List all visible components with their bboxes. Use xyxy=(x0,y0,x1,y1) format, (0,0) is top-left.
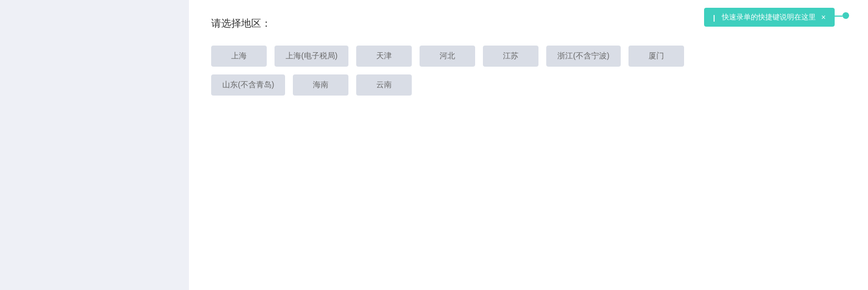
region-row-1: 上海上海(电子税局)天津河北江苏浙江(不含宁波)厦门 xyxy=(211,46,846,67)
region-btn-xiamen[interactable]: 厦门 xyxy=(628,46,684,67)
tooltip-connector-line xyxy=(835,16,842,17)
tooltip-dot-indicator xyxy=(842,12,849,19)
region-btn-shanghai-etax[interactable]: 上海(电子税局) xyxy=(275,46,348,67)
left-panel xyxy=(0,0,189,290)
region-row-2: 山东(不含青岛)海南云南 xyxy=(211,74,846,96)
region-btn-hainan[interactable]: 海南 xyxy=(293,74,348,96)
region-btn-hebei[interactable]: 河北 xyxy=(420,46,475,67)
region-btn-zhejiang[interactable]: 浙江(不含宁波) xyxy=(546,46,620,67)
main-content: 请选择地区： 上海上海(电子税局)天津河北江苏浙江(不含宁波)厦门 山东(不含青… xyxy=(189,0,868,290)
region-btn-tianjin[interactable]: 天津 xyxy=(356,46,412,67)
region-btn-yunnan[interactable]: 云南 xyxy=(356,74,412,96)
tooltip-banner: 快速录单的快捷键说明在这里 × xyxy=(704,8,835,27)
region-btn-shandong[interactable]: 山东(不含青岛) xyxy=(211,74,285,96)
region-btn-shanghai[interactable]: 上海 xyxy=(211,46,267,67)
region-btn-jiangsu[interactable]: 江苏 xyxy=(483,46,538,67)
tooltip-close-button[interactable]: × xyxy=(821,13,826,21)
tooltip-text: 快速录单的快捷键说明在这里 xyxy=(722,12,816,22)
